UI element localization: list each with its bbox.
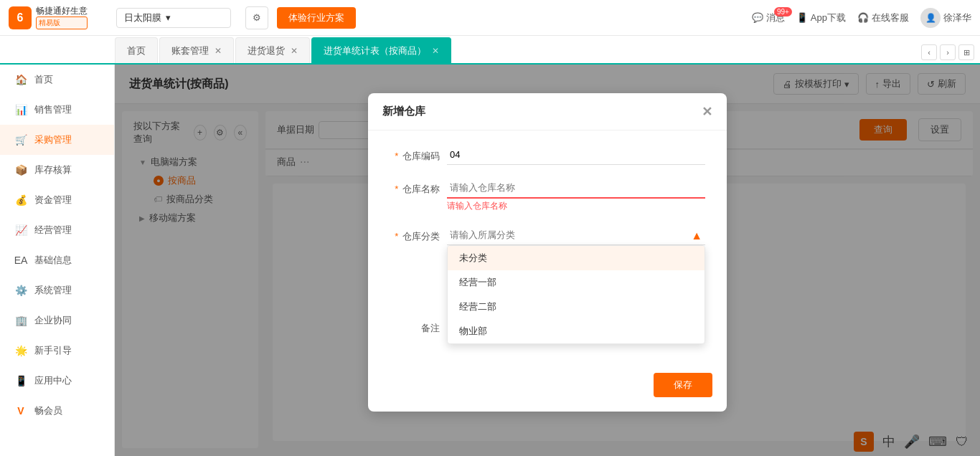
sidebar-item-appstore-label: 应用中心 [34,374,72,387]
save-button[interactable]: 保存 [654,373,712,397]
tab-purchase-stats-label: 进货单统计表（按商品） [324,44,426,57]
user-name: 徐泽华 [943,11,971,24]
system-icon: ⚙️ [14,284,27,297]
dropdown-item-0[interactable]: 未分类 [448,246,705,270]
online-service-button[interactable]: 🎧 在线客服 [857,11,909,24]
sidebar-item-guide-label: 新手引导 [34,344,72,357]
sidebar-item-sales-label: 销售管理 [34,103,72,116]
headset-icon: 🎧 [857,12,869,23]
modal-title: 新增仓库 [382,105,425,118]
modal-close-button[interactable]: ✕ [702,105,712,118]
tab-scroll-left[interactable]: ‹ [921,44,937,60]
tab-home[interactable]: 首页 [115,37,158,63]
header-center: ⚙ 体验行业方案 [231,6,752,29]
sales-icon: 📊 [14,103,27,116]
tab-bar: 首页 账套管理 ✕ 进货退货 ✕ 进货单统计表（按商品） ✕ ‹ › ⊞ [0,36,980,65]
sidebar-item-operation-label: 经营管理 [34,224,72,237]
message-badge: 99+ [774,7,792,16]
app-download-label: App下载 [811,11,846,24]
code-label: * 仓库编码 [390,145,447,163]
modal-header: 新增仓库 ✕ [368,93,727,130]
category-label: * 仓库分类 [390,225,447,243]
user-menu[interactable]: 👤 徐泽华 [920,8,971,28]
sidebar-item-corp-label: 企业协同 [34,314,72,327]
sidebar-item-corp[interactable]: 🏢 企业协同 [0,305,114,336]
store-name: 日太阳膜 [124,11,161,24]
purchase-icon: 🛒 [14,133,27,146]
trial-button[interactable]: 体验行业方案 [277,7,356,29]
sidebar-item-appstore[interactable]: 📱 应用中心 [0,366,114,396]
warehouse-code-input[interactable] [447,145,705,165]
inventory-icon: 📦 [14,163,27,176]
modal-overlay[interactable]: 新增仓库 ✕ * 仓库编码 [115,65,980,456]
tab-expand[interactable]: ⊞ [958,44,974,60]
sidebar-item-finance[interactable]: 💰 资金管理 [0,185,114,215]
main-layout: 🏠 首页 📊 销售管理 🛒 采购管理 📦 库存核算 💰 资金管理 📈 经营管理 … [0,65,980,456]
top-header: 6 畅捷通好生意 精易版 日太阳膜 ▾ ⚙ 体验行业方案 💬 消息 99+ 📱 … [0,0,980,36]
tab-home-label: 首页 [127,44,146,57]
logo-area: 6 畅捷通好生意 精易版 [9,6,116,30]
sidebar-item-member[interactable]: V 畅会员 [0,396,114,426]
phone-icon: 📱 [796,12,808,23]
basic-icon: EA [14,254,27,267]
sidebar: 🏠 首页 📊 销售管理 🛒 采购管理 📦 库存核算 💰 资金管理 📈 经营管理 … [0,65,115,456]
sidebar-item-operation[interactable]: 📈 经营管理 [0,215,114,245]
category-dropdown: 未分类 经营一部 经营二部 物业部 [447,245,705,344]
name-field: 请输入仓库名称 [447,178,705,212]
tab-purchase-return-close[interactable]: ✕ [291,46,298,56]
form-row-code: * 仓库编码 [390,145,705,165]
message-icon: 💬 [752,12,763,23]
category-toggle-icon[interactable]: ▲ [691,229,702,242]
corp-icon: 🏢 [14,314,27,327]
header-right: 💬 消息 99+ 📱 App下载 🎧 在线客服 👤 徐泽华 [752,8,971,28]
gear-button[interactable]: ⚙ [245,6,268,29]
sidebar-item-purchase-label: 采购管理 [34,133,72,146]
modal-body: * 仓库编码 * 仓库名称 [368,130,727,364]
sidebar-item-home[interactable]: 🏠 首页 [0,65,114,95]
sidebar-item-basic-label: 基础信息 [34,254,72,267]
sidebar-item-finance-label: 资金管理 [34,194,72,206]
avatar: 👤 [920,8,941,28]
tab-controls: ‹ › ⊞ [921,44,980,63]
dropdown-item-2[interactable]: 经营二部 [448,295,705,319]
tab-account[interactable]: 账套管理 ✕ [159,37,234,63]
tab-purchase-stats[interactable]: 进货单统计表（按商品） ✕ [311,37,451,63]
sidebar-item-inventory[interactable]: 📦 库存核算 [0,155,114,185]
appstore-icon: 📱 [14,374,27,387]
logo-badge: 精易版 [36,16,88,29]
guide-icon: 🌟 [14,344,27,357]
tab-scroll-right[interactable]: › [940,44,956,60]
sidebar-item-guide[interactable]: 🌟 新手引导 [0,336,114,366]
form-row-category: * 仓库分类 ▲ 未分类 经营一部 经营二部 物业部 [390,225,705,245]
tab-account-close[interactable]: ✕ [215,46,222,56]
name-label: * 仓库名称 [390,178,447,196]
sidebar-item-basic[interactable]: EA 基础信息 [0,245,114,275]
app-download-button[interactable]: 📱 App下载 [796,11,846,24]
modal-add-warehouse: 新增仓库 ✕ * 仓库编码 [368,93,727,412]
sidebar-item-system-label: 系统管理 [34,284,72,297]
code-field [447,145,705,165]
form-row-name: * 仓库名称 请输入仓库名称 [390,178,705,212]
store-selector[interactable]: 日太阳膜 ▾ [116,8,231,28]
sidebar-item-sales[interactable]: 📊 销售管理 [0,95,114,125]
warehouse-category-input[interactable] [447,225,705,245]
home-icon: 🏠 [14,73,27,86]
sidebar-item-home-label: 首页 [34,73,53,86]
tab-purchase-return[interactable]: 进货退货 ✕ [235,37,310,63]
warehouse-name-input[interactable] [447,178,705,199]
modal-footer: 保存 [368,364,727,412]
content-area: 进货单统计(按商品) 🖨 按模板打印 ▾ ↑ 导出 ↺ 刷新 [115,65,980,456]
tab-purchase-stats-close[interactable]: ✕ [432,46,439,56]
category-field: ▲ [447,225,705,245]
dropdown-item-1[interactable]: 经营一部 [448,270,705,295]
operation-icon: 📈 [14,224,27,237]
message-button[interactable]: 💬 消息 99+ [752,11,785,24]
sidebar-item-purchase[interactable]: 🛒 采购管理 [0,125,114,155]
finance-icon: 💰 [14,194,27,206]
dropdown-item-3[interactable]: 物业部 [448,319,705,343]
logo-text: 畅捷通好生意 [36,6,88,17]
sidebar-item-system[interactable]: ⚙️ 系统管理 [0,275,114,305]
online-service-label: 在线客服 [872,11,909,24]
member-icon: V [14,404,27,417]
tab-account-label: 账套管理 [171,44,209,57]
